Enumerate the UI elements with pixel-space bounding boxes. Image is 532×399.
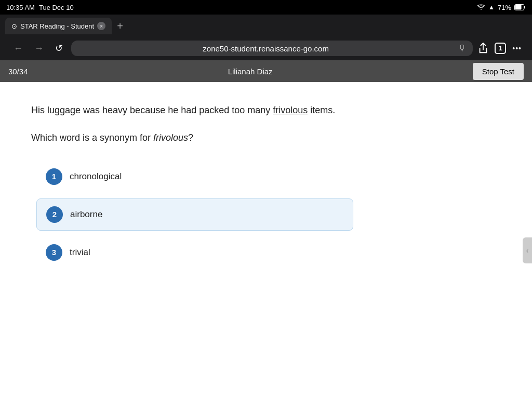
tab-count-badge[interactable]: 1 xyxy=(495,43,506,54)
forward-button[interactable]: → xyxy=(31,43,47,54)
status-right: ▲ 71% xyxy=(477,4,526,11)
share-icon[interactable] xyxy=(478,43,488,54)
date-display: Tue Dec 10 xyxy=(39,4,74,11)
tab-bar: ⊙ STAR Reading - Student × + xyxy=(5,18,527,34)
status-left: 10:35 AM Tue Dec 10 xyxy=(6,4,74,11)
more-menu-button[interactable]: ••• xyxy=(512,44,522,52)
sub-question-suffix: ? xyxy=(188,132,193,143)
test-progress: 30/34 xyxy=(8,67,28,76)
passage-prefix: His luggage was heavy because he had pac… xyxy=(31,105,273,115)
option-label-2: airborne xyxy=(70,209,102,220)
microphone-icon[interactable]: 🎙 xyxy=(458,44,467,53)
side-panel-handle[interactable]: ‹ xyxy=(523,237,532,263)
sub-question-prefix: Which word is a synonym for xyxy=(31,132,153,143)
option-number-1: 1 xyxy=(46,168,62,185)
browser-chrome: ⊙ STAR Reading - Student × + ← → ↺ zone5… xyxy=(0,15,532,60)
toolbar-icons: 1 ••• xyxy=(478,43,522,54)
svg-rect-1 xyxy=(524,6,526,9)
address-bar[interactable]: zone50-student.renaissance-go.com 🎙 xyxy=(71,41,473,56)
option-label-3: trivial xyxy=(70,247,90,258)
student-name: Lilianah Diaz xyxy=(228,67,273,76)
location-icon: ▲ xyxy=(488,4,495,11)
sub-question-text: Which word is a synonym for frivolous? xyxy=(31,130,501,145)
option-number-3: 3 xyxy=(46,244,62,261)
passage-text: His luggage was heavy because he had pac… xyxy=(31,103,501,118)
status-bar: 10:35 AM Tue Dec 10 ▲ 71% xyxy=(0,0,532,15)
answer-choices: 1 chronological 2 airborne 3 trivial xyxy=(31,161,501,268)
tab-close-button[interactable]: × xyxy=(97,22,105,30)
test-header: 30/34 Lilianah Diaz Stop Test xyxy=(0,60,532,82)
stop-test-button[interactable]: Stop Test xyxy=(473,63,524,80)
time-display: 10:35 AM xyxy=(6,4,35,11)
vocabulary-word: frivolous xyxy=(273,105,308,115)
reload-button[interactable]: ↺ xyxy=(52,43,66,54)
answer-option-3[interactable]: 3 trivial xyxy=(36,237,353,268)
address-bar-row: ← → ↺ zone50-student.renaissance-go.com … xyxy=(5,37,527,60)
svg-rect-2 xyxy=(515,5,522,10)
tab-label: STAR Reading - Student xyxy=(20,22,94,30)
battery-percentage: 71% xyxy=(498,4,511,11)
url-display: zone50-student.renaissance-go.com xyxy=(77,44,454,53)
option-label-1: chronological xyxy=(70,171,122,182)
tab-favicon: ⊙ xyxy=(11,22,17,30)
main-content: His luggage was heavy because he had pac… xyxy=(0,82,532,399)
sub-question-word: frivolous xyxy=(153,132,188,143)
wifi-icon xyxy=(477,4,485,10)
new-tab-button[interactable]: + xyxy=(115,21,125,31)
option-number-2: 2 xyxy=(46,206,63,223)
answer-option-2[interactable]: 2 airborne xyxy=(36,198,353,231)
passage-suffix: items. xyxy=(308,105,335,115)
answer-option-1[interactable]: 1 chronological xyxy=(36,161,353,192)
back-button[interactable]: ← xyxy=(10,43,26,54)
active-tab[interactable]: ⊙ STAR Reading - Student × xyxy=(5,18,112,34)
battery-icon xyxy=(514,4,526,10)
